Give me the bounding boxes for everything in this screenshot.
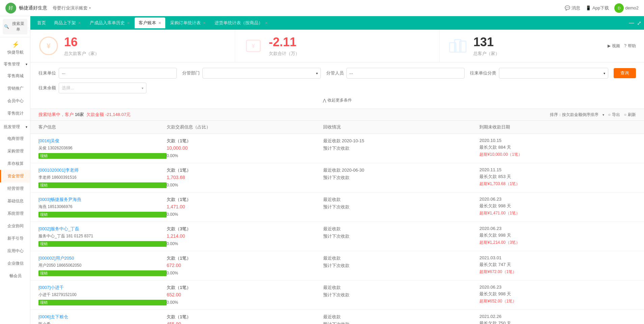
debt-amount: 1,214.00 [167,233,323,239]
tab-collapse-icon[interactable]: — [629,20,634,26]
customer-name-link[interactable]: [0016]吴俊 [38,138,167,144]
stat-label-total-customers: 总客户（家） [473,51,500,57]
chevron-down-icon: ▾ [316,71,318,75]
sidebar-group-batch[interactable]: 批发管理 ▾ [0,121,30,132]
overdue-days: 最长欠款 998 天 [479,291,636,297]
content-area: 首页 商品上下架 ✕ 产成品入库单历史 ✕ 客户账本 ✕ 采购订单统计表 ✕ [30,16,644,324]
debt-amount: 652.00 [167,292,323,297]
table-header: 客户信息 欠款交易信息（占比） 回收情况 到期未收款日期 [30,121,644,134]
overdue-link[interactable]: 超期¥1,214.00（3笔） [479,240,636,245]
dots-icon: ··· [62,71,65,76]
video-label: 视频 [612,43,620,49]
chevron-down-icon: ▾ [142,86,143,90]
export-btn[interactable]: ○ 导出 [608,112,620,118]
refresh-label: 刷新 [628,112,636,118]
sidebar-item-purchase[interactable]: 采购管理 [0,145,30,157]
sidebar-item-operation[interactable]: 经营管理 [0,182,30,195]
tab-close-icon[interactable]: ✕ [158,21,161,25]
refresh-btn[interactable]: ○ 刷新 [624,112,636,118]
sort-label: 排序：按欠款金额倒序排序 [550,112,598,118]
tab-home[interactable]: 首页 [33,20,50,26]
customer-tag: 现销 [38,241,167,247]
store-selector[interactable]: 母婴行业演示账套 ▾ [53,5,91,11]
sidebar-item-finance[interactable]: 资金管理 [0,170,30,182]
user-profile[interactable]: D demo2 [614,3,639,13]
tab-close-icon[interactable]: ✕ [78,21,81,25]
sidebar-item-label: 企业微信 [7,261,24,266]
tab-home-label: 首页 [37,20,46,25]
tab-close-icon[interactable]: ✕ [265,21,268,25]
tab-product-offsale[interactable]: 商品上下架 ✕ [50,18,85,28]
sidebar-item-member[interactable]: 会员中心 [0,95,30,107]
debt-info-5: 欠款（1笔） 672.00 0.00% [167,255,323,275]
overdue-link[interactable]: 超期¥652.00（1笔） [479,298,636,304]
overdue-link[interactable]: 超期¥672.00（1笔） [479,269,636,275]
overdue-days: 最长欠款 884 天 [479,144,636,150]
manager-input[interactable]: ··· [346,68,465,79]
customer-name-link[interactable]: [0006]去下粮仓 [38,314,167,320]
customer-name-link[interactable]: [000002]用户2050 [38,255,167,261]
sidebar-item-app-center[interactable]: 应用中心 [0,245,30,257]
tab-instock-stats[interactable]: 进货单统计表（按商品） ✕ [211,18,272,28]
chevron-down-icon[interactable]: ▾ [603,113,604,117]
recovery-info-4: 最近收款 预计下次收款 [323,226,480,239]
filter-source-unit: 往来单位 ··· [38,68,177,79]
sidebar-item-inventory[interactable]: 库存核算 [0,157,30,170]
app-download-btn[interactable]: 📱 App下载 [586,5,609,11]
video-btn[interactable]: ▶ 视频 [608,43,620,49]
filter-unit-category-label: 往来单位分类 [470,70,496,76]
sidebar-item-quick-nav[interactable]: ⚡ 快捷导航 [0,37,30,59]
tab-bar: 首页 商品上下架 ✕ 产成品入库单历史 ✕ 客户账本 ✕ 采购订单统计表 ✕ [30,16,644,30]
tab-close-icon[interactable]: ✕ [203,21,206,25]
search-btn[interactable]: 查询 [614,68,636,78]
recent-collect: 最近收款 [323,314,480,320]
customer-name-link[interactable]: [0001020001]李老师 [38,167,167,173]
tab-purchase-stats[interactable]: 采购订单统计表 ✕ [166,18,210,28]
sidebar-item-wechat[interactable]: 企业微信 [0,257,30,270]
debt-count: 欠款（1笔） [167,255,323,261]
overdue-info-3: 2020.06.23 最长欠款 998 天 超期¥1,471.00（1笔） [479,197,636,216]
debt-amount: 455.90 [167,321,323,324]
tab-close-icon[interactable]: ✕ [127,21,130,25]
overdue-info-5: 2021.03.01 最长欠款 747 天 超期¥672.00（1笔） [479,255,636,275]
download-icon: 📱 [586,5,591,10]
sidebar-item-vip[interactable]: 畅会员 [0,270,30,282]
table-row: [0003]畅捷服务尹海燕 海燕 18513066976 现销 欠款（1笔） 1… [30,193,644,222]
customer-tag: 现销 [38,182,167,188]
unit-category-select[interactable]: ▾ [499,68,608,79]
customer-name-link[interactable]: [0003]畅捷服务尹海燕 [38,197,167,203]
customer-name-link[interactable]: [0007]小进千 [38,285,167,291]
tab-expand-icon[interactable]: ⤢ [637,20,641,26]
sidebar-item-label: 电商管理 [7,136,24,142]
export-icon: ○ [608,112,611,117]
collapse-btn[interactable]: ⋀ 收起更多条件 [38,97,636,103]
tab-product-instock[interactable]: 产成品入库单历史 ✕ [86,18,134,28]
balance-select[interactable]: 选择... ▾ [59,83,146,93]
customer-name-link[interactable]: [0002]服务中心_丁磊 [38,226,167,232]
sidebar-group-retail[interactable]: 零售管理 ▾ [0,59,30,70]
sidebar-item-sys-mgmt[interactable]: 系统管理 [0,207,30,220]
sidebar-item-ecommerce[interactable]: 电商管理 [0,132,30,145]
sidebar-item-guide[interactable]: 新手引导 [0,232,30,245]
sidebar-search-area: 🔍 搜索菜单 [0,16,30,37]
tab-customer-account[interactable]: 客户账本 ✕ [135,18,165,28]
help-btn[interactable]: ? 帮助 [624,43,636,49]
chevron-down-icon: ▾ [89,6,91,10]
overdue-link[interactable]: 超期¥10,000.00（1笔） [479,152,636,157]
recent-collect: 最近收款 2020-06-30 [323,167,480,173]
sidebar-item-retail-store[interactable]: 零售商城 [0,70,30,82]
message-btn[interactable]: 💬 消息 [565,5,580,11]
sidebar-item-basic-info[interactable]: 基础信息 [0,195,30,207]
search-menu-btn[interactable]: 🔍 搜索菜单 [3,19,27,34]
sidebar-item-retail-stats[interactable]: 零售统计 [0,107,30,120]
overdue-info-4: 2020.06.23 最长欠款 998 天 超期¥1,214.00（3笔） [479,226,636,245]
overdue-link[interactable]: 超期¥1,703.68（1笔） [479,181,636,187]
sidebar-item-enterprise[interactable]: 企业协同 [0,220,30,232]
overdue-link[interactable]: 超期¥1,471.00（1笔） [479,210,636,216]
sidebar-item-marketing[interactable]: 营销推广 [0,82,30,95]
sidebar-divider [0,120,30,121]
store-name: 母婴行业演示账套 [53,5,88,11]
dept-select[interactable]: ▾ [202,68,320,79]
source-unit-input[interactable]: ··· [59,68,177,79]
next-collect: 预计下次收款 [323,263,480,269]
